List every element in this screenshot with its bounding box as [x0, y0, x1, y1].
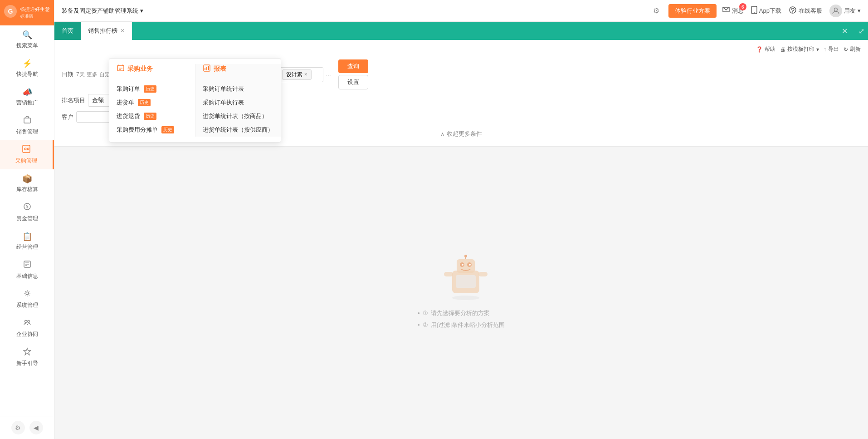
purchase-icon: [22, 145, 30, 155]
tab-home-label: 首页: [62, 27, 73, 35]
date-shortcut-more[interactable]: 更多: [87, 71, 98, 79]
svg-point-25: [462, 264, 463, 266]
rank-item-label: 排名项目: [62, 96, 85, 104]
bullet-icon: ①: [423, 307, 428, 319]
online-service-action[interactable]: 在线客服: [789, 6, 822, 15]
refresh-label: 刷新: [850, 45, 861, 53]
sidebar-item-label: 库存核算: [16, 186, 38, 193]
sidebar-item-label: 搜索菜单: [16, 42, 38, 49]
purchase-order-exec-item[interactable]: 采购订单执行表: [203, 96, 274, 109]
service-icon: [789, 6, 797, 15]
close-all-tabs-btn[interactable]: ✕: [834, 27, 855, 35]
enterprise-icon: [23, 318, 31, 329]
sidebar-item-system[interactable]: 系统管理: [0, 285, 54, 314]
newbie-icon: [23, 347, 31, 358]
date-shortcut-7days[interactable]: 7天: [76, 71, 85, 79]
purchase-col-icon: [117, 64, 125, 74]
system-title: 装备及固定资产辅助管理系统 ▾: [62, 7, 644, 15]
purchase-order-stats-item[interactable]: 采购订单统计表: [203, 82, 274, 96]
expand-icon[interactable]: ⤢: [855, 27, 868, 35]
inbound-stats-goods-label: 进货单统计表（按商品）: [203, 112, 268, 120]
goods-selector[interactable]: 设计素 ×: [278, 67, 323, 82]
svg-text:¥: ¥: [25, 204, 29, 209]
logo-icon: G: [4, 5, 17, 21]
user-chevron-icon: ▾: [858, 7, 861, 14]
sidebar-item-operations[interactable]: 📋 经营管理: [0, 227, 54, 256]
inbound-stats-supplier-item[interactable]: 进货单统计表（按供应商）: [203, 123, 274, 137]
marketing-icon: 📣: [22, 87, 32, 97]
settings-bottom-btn[interactable]: ⚙: [11, 421, 25, 434]
svg-text:G: G: [8, 8, 13, 15]
svg-point-26: [469, 264, 471, 266]
tab-sales-rank-label: 销售排行榜: [88, 27, 117, 35]
sidebar-item-basic-info[interactable]: 基础信息: [0, 256, 54, 285]
user-avatar: [829, 5, 842, 17]
empty-tip-2-text: 用[过滤]条件来缩小分析范围: [431, 319, 505, 331]
inbound-order-history-badge: 历史: [138, 99, 151, 106]
svg-rect-31: [478, 272, 488, 276]
nav-tabs: 首页 销售排行榜 ✕ ✕ ⤢: [54, 22, 868, 40]
system-title-text: 装备及固定资产辅助管理系统: [62, 7, 138, 15]
collapse-label: 收起更多条件: [447, 130, 482, 138]
sidebar-item-newbie[interactable]: 新手引导: [0, 343, 54, 372]
inbound-return-item[interactable]: 进货退货 历史: [117, 109, 188, 123]
robot-svg: [439, 255, 493, 300]
user-label: 用友: [844, 7, 856, 15]
sidebar-item-finance[interactable]: ¥ 资金管理: [0, 198, 54, 227]
purchase-order-exec-label: 采购订单执行表: [203, 99, 244, 107]
app-download-label: App下载: [759, 7, 781, 15]
goods-tag: 设计素 ×: [282, 69, 312, 80]
help-label: 帮助: [765, 45, 775, 53]
svg-point-17: [754, 12, 755, 13]
purchase-expense-item[interactable]: 采购费用分摊单 历史: [117, 123, 188, 137]
lightning-icon: ⚡: [22, 59, 32, 69]
tab-close-icon[interactable]: ✕: [120, 28, 125, 34]
purchase-col: 采购业务 采购订单 历史 进货单 历史 进货退货 历史 采购费用分摊单 历史: [109, 64, 195, 137]
app-download-action[interactable]: App下载: [751, 6, 781, 15]
svg-point-32: [452, 296, 479, 300]
purchase-expense-label: 采购费用分摊单: [117, 126, 158, 134]
export-label: 导出: [828, 45, 839, 53]
tab-home[interactable]: 首页: [54, 22, 81, 40]
sidebar-item-inventory[interactable]: 📦 库存核算: [0, 169, 54, 198]
content-area: ❓ 帮助 🖨 按模板打印 ▾ ↑ 导出 ↻ 刷新: [54, 40, 868, 439]
settings-btn[interactable]: 设置: [338, 75, 368, 89]
user-action[interactable]: 用友 ▾: [829, 5, 861, 17]
export-btn[interactable]: ↑ 导出: [824, 45, 839, 53]
export-icon: ↑: [824, 46, 826, 53]
tab-sales-rank[interactable]: 销售排行榜 ✕: [81, 22, 132, 40]
message-action[interactable]: 消息 6: [722, 6, 744, 15]
sidebar-item-enterprise[interactable]: 企业协同: [0, 314, 54, 343]
purchase-order-history-badge: 历史: [144, 85, 156, 93]
empty-tip-1: ① 请先选择要分析的方案: [418, 307, 505, 319]
main-area: 装备及固定资产辅助管理系统 ▾ ⚙ 体验行业方案 消息 6: [54, 0, 868, 439]
system-title-dropdown[interactable]: 装备及固定资产辅助管理系统 ▾: [62, 7, 644, 15]
purchase-order-stats-label: 采购订单统计表: [203, 85, 244, 93]
goods-more-btn[interactable]: ···: [326, 71, 331, 78]
date-filter-label: 日期: [62, 70, 73, 79]
help-btn[interactable]: ❓ 帮助: [756, 45, 775, 53]
logo-text: 畅捷通好生意 标准版: [20, 6, 50, 19]
sidebar-item-quicknav[interactable]: ⚡ 快捷导航: [0, 54, 54, 83]
purchase-order-item[interactable]: 采购订单 历史: [117, 82, 188, 96]
purchase-expense-history-badge: 历史: [161, 126, 174, 133]
sidebar-item-marketing[interactable]: 📣 营销推广: [0, 83, 54, 111]
sidebar-item-purchase[interactable]: 采购管理: [0, 140, 54, 169]
mobile-icon: [751, 6, 757, 15]
print-btn[interactable]: 🖨 按模板打印 ▾: [780, 45, 819, 53]
sidebar-item-label: 营销推广: [16, 99, 38, 107]
inbound-stats-goods-item[interactable]: 进货单统计表（按商品）: [203, 109, 274, 123]
collapse-sidebar-btn[interactable]: ◀: [29, 421, 43, 434]
query-btn[interactable]: 查询: [338, 59, 368, 73]
topbar-gear-icon[interactable]: ⚙: [649, 6, 663, 15]
goods-tag-remove[interactable]: ×: [304, 71, 307, 78]
refresh-btn[interactable]: ↻ 刷新: [844, 45, 861, 53]
sidebar-item-search[interactable]: 🔍 搜索菜单: [0, 25, 54, 54]
inbound-order-item[interactable]: 进货单 历史: [117, 96, 188, 109]
sidebar-item-sales[interactable]: 销售管理: [0, 111, 54, 140]
refresh-icon: ↻: [844, 46, 848, 53]
industry-btn[interactable]: 体验行业方案: [668, 4, 717, 18]
empty-tip-1-text: 请先选择要分析的方案: [431, 307, 490, 319]
svg-point-14: [27, 321, 29, 323]
message-badge: 6: [739, 3, 746, 10]
